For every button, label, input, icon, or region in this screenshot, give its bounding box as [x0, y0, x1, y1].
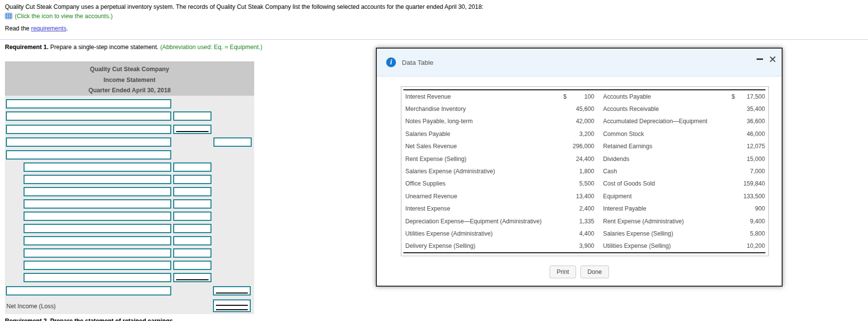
stmt-r10-amount-input[interactable]	[173, 212, 211, 221]
account-value: 296,000	[562, 140, 594, 153]
stmt-r11-amount-input[interactable]	[173, 224, 211, 233]
data-table-row: Notes Payable, long-term42,000Accumulate…	[403, 115, 765, 128]
data-table-row: Salaries Expense (Administrative)1,800Ca…	[403, 165, 765, 177]
stmt-r15-desc-input[interactable]	[24, 273, 171, 282]
account-value: 5,800	[731, 227, 765, 240]
requirement-1-line: Requirement 1. Prepare a single-step inc…	[5, 44, 263, 51]
account-name: Cash	[594, 165, 731, 177]
account-name: Merchandise Inventory	[403, 103, 562, 115]
statement-header: Quality Cut Steak Company Income Stateme…	[5, 61, 254, 96]
account-value: 3,900	[562, 240, 594, 253]
data-table-row: Utilities Expense (Administrative)4,400S…	[403, 227, 765, 240]
stmt-r4-desc-input[interactable]	[6, 137, 171, 147]
account-name: Interest Revenue	[403, 90, 562, 103]
account-name: Rent Expense (Selling)	[403, 153, 562, 165]
account-value: 15,000	[731, 153, 765, 165]
subtotal-rule	[176, 131, 209, 132]
stmt-r14-desc-input[interactable]	[24, 261, 171, 270]
statement-title: Income Statement	[5, 75, 254, 86]
stmt-r2-amount-input[interactable]	[173, 111, 211, 121]
account-value: 7,000	[731, 165, 765, 177]
stmt-r16-desc-input[interactable]	[6, 286, 171, 295]
account-name: Cost of Goods Sold	[594, 178, 731, 190]
stmt-r1-desc-input[interactable]	[6, 99, 171, 108]
stmt-r9-amount-input[interactable]	[173, 199, 211, 209]
data-table-row: Rent Expense (Selling)24,400Dividends15,…	[403, 153, 765, 165]
data-table-row: Depreciation Expense—Equipment (Administ…	[403, 215, 765, 227]
account-name: Interest Expense	[403, 203, 562, 215]
read-prefix: Read the	[5, 25, 31, 32]
account-value: $17,500	[731, 90, 765, 103]
account-value: 3,200	[562, 128, 594, 140]
stmt-r6-desc-input[interactable]	[24, 162, 171, 172]
stmt-r11-desc-input[interactable]	[24, 224, 171, 233]
data-table-row: Merchandise Inventory45,600Accounts Rece…	[403, 103, 765, 115]
done-button[interactable]: Done	[580, 266, 608, 278]
stmt-r15-amount-input[interactable]	[173, 273, 211, 282]
account-value: 46,000	[731, 128, 765, 140]
print-button[interactable]: Print	[550, 266, 576, 278]
stmt-r7-desc-input[interactable]	[24, 175, 171, 184]
account-value: 1,335	[562, 215, 594, 227]
account-name: Office Supplies	[403, 178, 562, 190]
account-value: 159,840	[731, 178, 765, 190]
account-name: Accounts Receivable	[594, 103, 731, 115]
stmt-r8-amount-input[interactable]	[173, 187, 211, 196]
abbreviation-note: (Abbreviation used: Eq. = Equipment.)	[160, 44, 262, 51]
accounts-table: Interest Revenue$100Accounts Payable$17,…	[403, 89, 765, 253]
account-value: $100	[562, 90, 594, 103]
stmt-r3-desc-input[interactable]	[6, 125, 171, 134]
stmt-r2-desc-input[interactable]	[6, 111, 171, 121]
account-value: 5,500	[562, 178, 594, 190]
double-total-rule	[216, 305, 248, 310]
data-table-row: Net Sales Revenue296,000Retained Earning…	[403, 140, 765, 153]
stmt-r12-desc-input[interactable]	[24, 236, 171, 245]
accounts-table-container: Interest Revenue$100Accounts Payable$17,…	[401, 86, 769, 256]
problem-statement: Quality Cut Steak Company uses a perpetu…	[5, 3, 483, 10]
account-value: 45,600	[562, 103, 594, 115]
data-table-icon[interactable]	[5, 13, 12, 21]
account-name: Equipment	[594, 190, 731, 202]
stmt-r10-desc-input[interactable]	[24, 212, 171, 221]
account-name: Unearned Revenue	[403, 190, 562, 202]
account-name: Depreciation Expense—Equipment (Administ…	[403, 215, 562, 227]
info-icon: i	[386, 57, 396, 67]
stmt-r9-desc-input[interactable]	[24, 199, 171, 209]
section-divider	[0, 39, 868, 40]
accounts-icon-line: (Click the icon to view the accounts.)	[5, 13, 113, 21]
account-name: Salaries Expense (Administrative)	[403, 165, 562, 177]
stmt-r16-total-input[interactable]	[213, 286, 251, 295]
account-value: 13,400	[562, 190, 594, 202]
statement-period: Quarter Ended April 30, 2018	[5, 85, 254, 96]
stmt-r7-amount-input[interactable]	[173, 175, 211, 184]
requirements-link[interactable]: requirements	[31, 25, 66, 32]
close-icon[interactable]: ✕	[768, 54, 777, 64]
stmt-r4-total-input[interactable]	[213, 137, 252, 147]
income-statement-form: Quality Cut Steak Company Income Stateme…	[5, 61, 254, 314]
account-value: 2,400	[562, 203, 594, 215]
account-value: 10,200	[731, 240, 765, 253]
read-requirements-line: Read the requirements.	[5, 25, 68, 32]
account-name: Retained Earnings	[594, 140, 731, 153]
stmt-r12-amount-input[interactable]	[173, 236, 211, 245]
stmt-r13-desc-input[interactable]	[24, 248, 171, 258]
net-income-total-input[interactable]	[213, 299, 251, 312]
stmt-r14-amount-input[interactable]	[173, 261, 211, 270]
account-name: Accumulated Depreciation—Equipment	[594, 115, 731, 128]
data-table-row: Unearned Revenue13,400Equipment133,500	[403, 190, 765, 202]
account-name: Common Stock	[594, 128, 731, 140]
stmt-r8-desc-input[interactable]	[24, 187, 171, 196]
account-name: Notes Payable, long-term	[403, 115, 562, 128]
account-value: 900	[731, 203, 765, 215]
minimize-icon[interactable]	[757, 58, 763, 60]
icon-caption: (Click the icon to view the accounts.)	[15, 13, 113, 20]
account-name: Rent Expense (Administrative)	[594, 215, 731, 227]
account-value: 36,600	[731, 115, 765, 128]
data-table-modal: i Data Table ✕ Interest Revenue$100Accou…	[376, 48, 783, 287]
stmt-r13-amount-input[interactable]	[173, 248, 211, 258]
stmt-r6-amount-input[interactable]	[173, 162, 211, 172]
account-name: Accounts Payable	[594, 90, 731, 103]
stmt-r3-amount-input[interactable]	[173, 125, 211, 134]
stmt-r5-desc-input[interactable]	[6, 150, 171, 160]
account-value: 9,400	[731, 215, 765, 227]
